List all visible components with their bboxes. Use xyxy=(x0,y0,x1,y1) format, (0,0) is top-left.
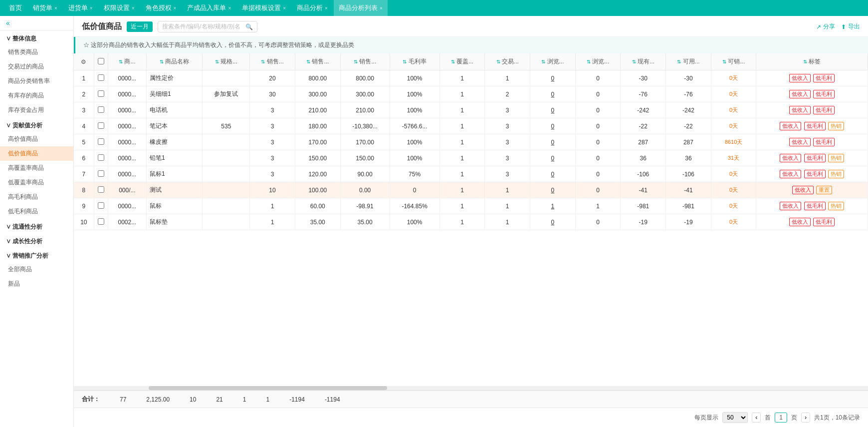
row-view1[interactable]: 0 xyxy=(530,182,576,198)
row-checkbox[interactable] xyxy=(98,122,104,129)
first-page-button[interactable]: ‹ xyxy=(752,413,761,423)
sidebar-item-sales-products[interactable]: 销售类商品 xyxy=(0,45,73,59)
nav-close-product-analysis-list[interactable]: × xyxy=(380,5,383,11)
view1-column-header[interactable]: ⇅ 浏览... xyxy=(530,53,576,70)
row-checkbox-cell[interactable] xyxy=(94,150,108,166)
nav-close-product-storage[interactable]: × xyxy=(228,5,231,11)
table-container[interactable]: ⚙ ⇅ 商... ⇅ 商品名称 ⇅ 规格... ⇅ 销售... ⇅ 销售... … xyxy=(74,53,868,386)
row-view1[interactable]: 0 xyxy=(530,166,576,182)
sidebar-item-high-coverage[interactable]: 高覆盖率商品 xyxy=(0,161,73,175)
row-checkbox-cell[interactable] xyxy=(94,182,108,198)
row-view1[interactable]: 0 xyxy=(530,118,576,134)
row-checkbox-cell[interactable] xyxy=(94,166,108,182)
nav-home[interactable]: 首页 xyxy=(4,0,27,16)
code-column-header[interactable]: ⇅ 商... xyxy=(108,53,146,70)
next-page-button[interactable]: › xyxy=(801,413,810,423)
sidebar-item-traded-products[interactable]: 交易过的商品 xyxy=(0,59,73,74)
nav-roles[interactable]: 角色授权 × xyxy=(141,0,182,16)
view1-link[interactable]: 0 xyxy=(551,123,555,130)
sidebar-collapse-button[interactable]: « xyxy=(4,19,12,27)
time-badge[interactable]: 近一月 xyxy=(127,21,153,32)
sidebar-item-low-value[interactable]: 低价值商品 xyxy=(0,146,73,161)
search-icon[interactable]: 🔍 xyxy=(245,23,253,30)
row-view1[interactable]: 0 xyxy=(530,134,576,150)
nav-product-analysis[interactable]: 商品分析 × xyxy=(292,0,333,16)
row-checkbox[interactable] xyxy=(98,74,104,81)
row-view1[interactable]: 0 xyxy=(530,150,576,166)
view1-link[interactable]: 0 xyxy=(551,107,555,114)
view2-column-header[interactable]: ⇅ 浏览... xyxy=(575,53,621,70)
nav-template-settings[interactable]: 单据模板设置 × xyxy=(237,0,291,16)
scrollbar-thumb[interactable] xyxy=(149,386,387,390)
row-view1[interactable]: 0 xyxy=(530,70,576,86)
tags-column-header[interactable]: ⇅ 标签 xyxy=(756,53,868,70)
row-checkbox[interactable] xyxy=(98,154,104,161)
nav-close-sales[interactable]: × xyxy=(54,5,57,11)
export-button[interactable]: ⬆ 导出 xyxy=(841,22,860,31)
gear-icon[interactable]: ⚙ xyxy=(81,58,86,65)
share-button[interactable]: ↗ 分享 xyxy=(816,22,835,31)
available-stock-column-header[interactable]: ⇅ 可用... xyxy=(666,53,711,70)
sidebar-item-low-profit[interactable]: 低毛利商品 xyxy=(0,204,73,219)
view1-link[interactable]: 0 xyxy=(551,91,555,98)
view1-link[interactable]: 0 xyxy=(551,75,555,82)
view1-link[interactable]: 0 xyxy=(551,139,555,146)
row-checkbox-cell[interactable] xyxy=(94,70,108,86)
row-checkbox-cell[interactable] xyxy=(94,86,108,102)
view1-link[interactable]: 0 xyxy=(551,155,555,162)
row-checkbox-cell[interactable] xyxy=(94,118,108,134)
nav-product-analysis-list[interactable]: 商品分析列表 × xyxy=(334,0,388,16)
nav-purchase[interactable]: 进货单 × xyxy=(63,0,98,16)
horizontal-scrollbar[interactable] xyxy=(74,386,868,390)
name-column-header[interactable]: ⇅ 商品名称 xyxy=(146,53,202,70)
current-page-number[interactable]: 1 xyxy=(775,413,787,423)
per-page-select[interactable]: 50 100 200 xyxy=(722,412,748,423)
transaction-column-header[interactable]: ⇅ 交易... xyxy=(485,53,530,70)
search-input[interactable]: 搜索条件/编码/名称/规格/别名 xyxy=(162,22,243,31)
nav-close-template-settings[interactable]: × xyxy=(283,5,286,11)
sales-amount-column-header[interactable]: ⇅ 销售... xyxy=(340,53,390,70)
row-checkbox[interactable] xyxy=(98,90,104,97)
row-checkbox[interactable] xyxy=(98,218,104,225)
gear-column-header[interactable]: ⚙ xyxy=(74,53,94,70)
row-view1[interactable]: 0 xyxy=(530,102,576,118)
sidebar-item-high-profit[interactable]: 高毛利商品 xyxy=(0,190,73,204)
select-all-checkbox[interactable] xyxy=(98,58,104,64)
row-checkbox[interactable] xyxy=(98,170,104,177)
row-view1[interactable]: 0 xyxy=(530,86,576,102)
current-stock-column-header[interactable]: ⇅ 现有... xyxy=(621,53,666,70)
sidebar-item-category-sales-rate[interactable]: 商品分类销售率 xyxy=(0,74,73,88)
nav-sales[interactable]: 销货单 × xyxy=(28,0,62,16)
checkbox-column-header[interactable] xyxy=(94,53,108,70)
gross-margin-column-header[interactable]: ⇅ 毛利率 xyxy=(390,53,439,70)
nav-close-roles[interactable]: × xyxy=(174,5,177,11)
nav-product-storage[interactable]: 产成品入库单 × xyxy=(182,0,236,16)
sidebar-item-all-products[interactable]: 全部商品 xyxy=(0,262,73,277)
sidebar-item-low-coverage[interactable]: 低覆盖率商品 xyxy=(0,175,73,190)
row-view1[interactable]: 0 xyxy=(530,214,576,230)
sales-qty-column-header[interactable]: ⇅ 销售... xyxy=(250,53,295,70)
sidebar-item-stock-capital[interactable]: 库存资金占用 xyxy=(0,103,73,117)
view1-link[interactable]: 0 xyxy=(551,219,555,226)
view1-link[interactable]: 0 xyxy=(551,171,555,178)
saleable-stock-column-header[interactable]: ⇅ 可销... xyxy=(711,53,756,70)
row-view1[interactable]: 1 xyxy=(530,198,576,214)
view1-link[interactable]: 1 xyxy=(551,203,555,210)
row-checkbox-cell[interactable] xyxy=(94,134,108,150)
sales-price-column-header[interactable]: ⇅ 销售... xyxy=(295,53,340,70)
sidebar-item-high-value[interactable]: 高价值商品 xyxy=(0,132,73,146)
row-checkbox-cell[interactable] xyxy=(94,214,108,230)
row-checkbox-cell[interactable] xyxy=(94,102,108,118)
coverage-column-header[interactable]: ⇅ 覆盖... xyxy=(439,53,485,70)
nav-permissions[interactable]: 权限设置 × xyxy=(99,0,140,16)
search-box[interactable]: 搜索条件/编码/名称/规格/别名 🔍 xyxy=(158,21,257,32)
nav-close-permissions[interactable]: × xyxy=(132,5,135,11)
nav-close-purchase[interactable]: × xyxy=(90,5,93,11)
spec-column-header[interactable]: ⇅ 规格... xyxy=(203,53,250,70)
row-checkbox[interactable] xyxy=(98,138,104,145)
view1-link[interactable]: 0 xyxy=(551,187,555,194)
nav-close-product-analysis[interactable]: × xyxy=(325,5,328,11)
row-checkbox[interactable] xyxy=(98,202,104,209)
row-checkbox[interactable] xyxy=(98,106,104,113)
row-checkbox-cell[interactable] xyxy=(94,198,108,214)
